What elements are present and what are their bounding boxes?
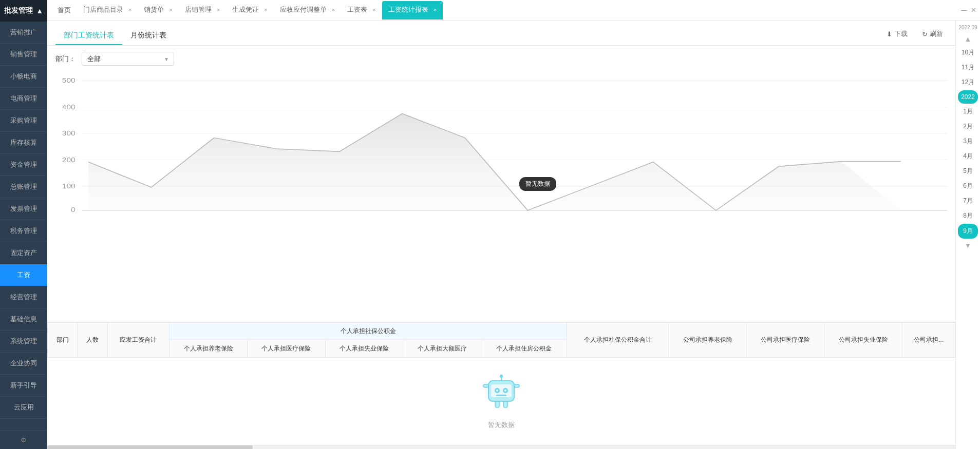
refresh-label: 刷新: [930, 29, 943, 38]
table-container: 部门 人数 应发工资合计 个人承担社保公积金 个人承担社保公积金合计 公司承担养…: [47, 322, 955, 445]
filter-row: 部门： 全部 销售部 财务部 技术部 运营部: [47, 46, 955, 72]
date-month-7[interactable]: 7月: [956, 193, 980, 208]
svg-point-21: [500, 375, 503, 378]
col-company-unemployment: 公司承担失业保险: [824, 323, 902, 358]
tab-payroll-table[interactable]: 工资表×: [341, 1, 382, 19]
col-company-pension: 公司承担养老保险: [669, 323, 747, 358]
tab-product-catalog[interactable]: 门店商品目录×: [77, 1, 138, 19]
col-personal-bigmedical: 个人承担大额医疗: [403, 340, 481, 358]
date-month-8[interactable]: 8月: [956, 208, 980, 223]
col-group-personal: 个人承担社保公积金: [169, 323, 567, 340]
tab-dept-stats[interactable]: 部门工资统计表: [55, 27, 122, 45]
col-company-medical: 公司承担医疗保险: [747, 323, 825, 358]
tab-home[interactable]: 首页: [51, 2, 77, 19]
date-month-11[interactable]: 11月: [956, 60, 980, 75]
sidebar-collapse-icon[interactable]: ▲: [36, 7, 43, 15]
date-month-10[interactable]: 10月: [956, 45, 980, 60]
date-month-12[interactable]: 12月: [956, 75, 980, 90]
date-panel: 2022.09 ▲ 10月 11月 12月 2022 1月 2月 3月 4月 5…: [955, 21, 980, 449]
download-button[interactable]: ⬇ 下载: [882, 27, 912, 41]
chart-area: 500 400 300 200 100 0: [47, 72, 955, 322]
sidebar-item-ledger[interactable]: 总账管理: [0, 176, 47, 198]
col-count: 人数: [78, 323, 107, 358]
scrollbar-thumb[interactable]: [47, 445, 253, 449]
col-personal-total: 个人承担社保公积金合计: [567, 323, 669, 358]
date-month-1[interactable]: 1月: [956, 104, 980, 119]
window-close-button[interactable]: ×: [971, 6, 976, 15]
sidebar-item-sales[interactable]: 销售管理: [0, 44, 47, 66]
dept-filter-label: 部门：: [55, 54, 76, 64]
sidebar-item-cloud[interactable]: 云应用: [0, 397, 47, 419]
col-total-salary: 应发工资合计: [107, 323, 169, 358]
col-personal-medical: 个人承担医疗保险: [247, 340, 325, 358]
date-month-5[interactable]: 5月: [956, 164, 980, 179]
tab-close-sales-order[interactable]: ×: [169, 7, 172, 13]
sidebar-item-tax[interactable]: 税务管理: [0, 220, 47, 242]
sidebar-footer[interactable]: ⚙: [0, 431, 47, 449]
tab-items: 门店商品目录×销货单×店铺管理×生成凭证×应收应付调整单×工资表×工资统计报表×: [77, 1, 961, 19]
svg-text:300: 300: [62, 130, 76, 137]
col-dept: 部门: [48, 323, 78, 358]
tab-payroll-report[interactable]: 工资统计报表×: [382, 1, 443, 19]
sidebar-item-system[interactable]: 系统管理: [0, 330, 47, 353]
tab-store-mgmt[interactable]: 店铺管理×: [179, 1, 226, 19]
sidebar-item-guide[interactable]: 新手引导: [0, 375, 47, 397]
tab-close-voucher[interactable]: ×: [264, 7, 267, 13]
empty-state: 暂无数据: [47, 358, 955, 445]
empty-text: 暂无数据: [488, 420, 515, 430]
sidebar: 批发管理 ▲ 营销推广销售管理小畅电商电商管理采购管理库存核算资金管理总账管理发…: [0, 0, 47, 449]
svg-rect-22: [495, 401, 499, 407]
sidebar-item-enterprise[interactable]: 企业协同: [0, 353, 47, 375]
sidebar-item-invoice[interactable]: 发票管理: [0, 198, 47, 220]
sidebar-item-purchase[interactable]: 采购管理: [0, 110, 47, 132]
tab-monthly-stats[interactable]: 月份统计表: [122, 27, 175, 45]
dept-select[interactable]: 全部 销售部 财务部 技术部 运营部: [82, 52, 174, 66]
sidebar-item-basic[interactable]: 基础信息: [0, 308, 47, 330]
dept-select-wrapper: 全部 销售部 财务部 技术部 运营部: [82, 52, 174, 66]
empty-icon: [481, 373, 522, 414]
download-icon: ⬇: [887, 30, 892, 38]
tab-close-product-catalog[interactable]: ×: [128, 7, 131, 13]
sidebar-header[interactable]: 批发管理 ▲: [0, 0, 47, 22]
date-month-6[interactable]: 6月: [956, 179, 980, 193]
date-month-4[interactable]: 4月: [956, 149, 980, 164]
svg-text:500: 500: [62, 77, 76, 84]
sidebar-item-payroll[interactable]: 工资: [0, 264, 47, 286]
tab-close-payroll-report[interactable]: ×: [434, 7, 437, 13]
col-personal-pension: 个人承担养老保险: [169, 340, 248, 358]
tab-voucher[interactable]: 生成凭证×: [226, 1, 273, 19]
svg-rect-19: [496, 395, 506, 396]
sidebar-item-finance[interactable]: 资金管理: [0, 154, 47, 176]
col-personal-unemployment: 个人承担失业保险: [325, 340, 403, 358]
tab-close-receivable[interactable]: ×: [332, 7, 335, 13]
date-year-2022[interactable]: 2022: [958, 90, 978, 104]
sidebar-item-marketing[interactable]: 营销推广: [0, 22, 47, 44]
date-nav-down[interactable]: ▼: [962, 239, 974, 251]
sidebar-item-ecommerce[interactable]: 电商管理: [0, 88, 47, 110]
tab-receivable[interactable]: 应收应付调整单×: [274, 1, 341, 19]
tab-close-payroll-table[interactable]: ×: [372, 7, 375, 13]
table-scrollbar[interactable]: [47, 445, 955, 449]
svg-text:100: 100: [62, 182, 76, 189]
svg-rect-23: [503, 401, 507, 407]
sidebar-item-operations[interactable]: 经营管理: [0, 286, 47, 308]
refresh-button[interactable]: ↻ 刷新: [918, 27, 947, 41]
date-month-9[interactable]: 9月: [958, 224, 978, 239]
content-area: 部门工资统计表 月份统计表 ⬇ 下载 ↻ 刷新 部门：: [47, 21, 980, 449]
date-month-2[interactable]: 2月: [956, 119, 980, 134]
settings-icon[interactable]: ⚙: [21, 436, 27, 444]
sidebar-title: 批发管理: [4, 6, 33, 15]
tab-close-store-mgmt[interactable]: ×: [217, 7, 220, 13]
tab-sales-order[interactable]: 销货单×: [138, 1, 178, 19]
svg-text:400: 400: [62, 103, 76, 110]
sidebar-items: 营销推广销售管理小畅电商电商管理采购管理库存核算资金管理总账管理发票管理税务管理…: [0, 22, 47, 419]
sidebar-item-inventory[interactable]: 库存核算: [0, 132, 47, 154]
window-minimize-button[interactable]: ─: [961, 6, 967, 15]
sidebar-item-mini-ecommerce[interactable]: 小畅电商: [0, 66, 47, 88]
chart-tooltip: 暂无数据: [519, 177, 556, 191]
date-nav-up[interactable]: ▲: [962, 33, 974, 45]
svg-point-17: [496, 389, 498, 392]
sub-tabs-bar: 部门工资统计表 月份统计表 ⬇ 下载 ↻ 刷新: [47, 21, 955, 46]
date-month-3[interactable]: 3月: [956, 134, 980, 149]
sidebar-item-assets[interactable]: 固定资产: [0, 242, 47, 264]
